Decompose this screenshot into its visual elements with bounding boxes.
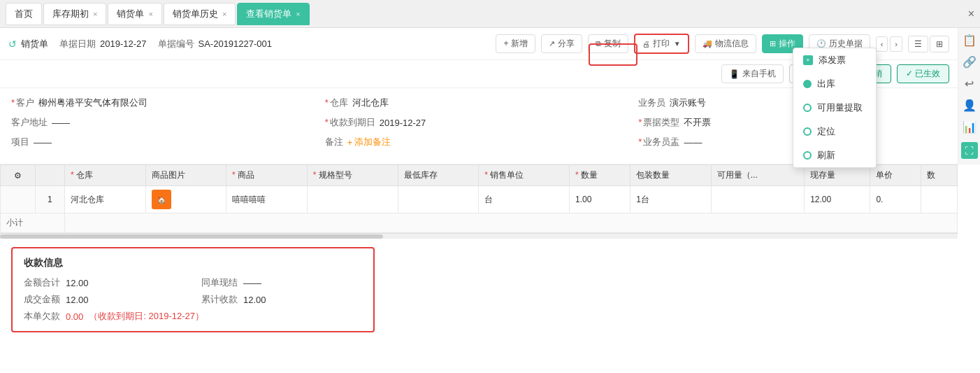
- document-meta: 单据日期 2019-12-27 单据编号 SA-20191227-001: [59, 38, 272, 50]
- list-view-button[interactable]: ☰: [908, 36, 928, 52]
- tab-inventory[interactable]: 库存期初 ×: [43, 3, 106, 25]
- quantity-cell: 1.00: [569, 186, 630, 213]
- ticket-type-label: 票据类型: [638, 116, 679, 129]
- owed-row: 本单欠款 0.00 （收款到期日: 2019-12-27）: [24, 310, 362, 323]
- tab-history-close[interactable]: ×: [222, 10, 226, 18]
- phone-icon: 📱: [729, 69, 740, 79]
- transaction-label: 成交金额: [24, 293, 60, 306]
- tab-bar: 首页 库存期初 × 销货单 × 销货单历史 × 查看销货单 × ×: [0, 0, 980, 28]
- add-invoice-item[interactable]: + 添发票: [793, 48, 876, 72]
- outbound-icon: [803, 80, 812, 88]
- doc-actions: + 新增 ↗ 分享 ⧉ 复制 🖨 打印 ▼ 🚚 物流信息: [496, 34, 949, 54]
- locate-label: 定位: [817, 125, 835, 138]
- scrollbar-thumb[interactable]: [0, 234, 383, 239]
- tab-home[interactable]: 首页: [6, 3, 42, 25]
- effect-button[interactable]: ✓ 已生效: [897, 64, 949, 83]
- next-record-button[interactable]: ›: [890, 36, 902, 52]
- tab-sales-close[interactable]: ×: [148, 10, 152, 18]
- row-num-cell: 1: [35, 186, 64, 213]
- sidebar-back-icon[interactable]: ↩: [965, 77, 974, 90]
- print-dropdown-arrow[interactable]: ▼: [674, 40, 681, 48]
- pack-qty-column-header: 包装数量: [630, 165, 712, 186]
- employee-value: 演示账号: [670, 97, 706, 109]
- tab-view-sales[interactable]: 查看销货单 ×: [237, 3, 309, 25]
- share-button[interactable]: ↗ 分享: [541, 34, 582, 53]
- product-image-icon: 🏠: [157, 196, 166, 204]
- spec-column-header: * 规格型号: [307, 165, 398, 186]
- warehouse-field: 仓库 河北仓库: [325, 97, 633, 109]
- same-settlement-label: 同单现结: [201, 276, 238, 289]
- from-phone-label: 来自手机: [742, 68, 776, 80]
- new-button[interactable]: + 新增: [496, 34, 535, 53]
- available-extract-item[interactable]: 可用量提取: [793, 96, 876, 120]
- due-date-field: 收款到期日 2019-12-27: [325, 116, 633, 129]
- logistics-button-label: 物流信息: [715, 38, 749, 50]
- tab-home-label: 首页: [15, 8, 33, 20]
- transaction-value: 12.00: [66, 295, 89, 305]
- warehouse-label: 仓库: [325, 97, 348, 109]
- product-name-cell: 嘻嘻嘻嘻: [226, 186, 308, 213]
- tab-view-sales-label: 查看销货单: [246, 8, 291, 20]
- right-sidebar: 📋 🔗 ↩ 👤 📊 ⛶: [958, 28, 980, 164]
- product-table-wrapper: ⚙ * 仓库 商品图片 * 商品 * 规格型号 最低库存 * 销售单位 * 数量…: [0, 164, 958, 233]
- window-close-button[interactable]: ×: [968, 8, 974, 20]
- table-row: 1 河北仓库 🏠 嘻嘻嘻嘻 台 1.00 1台: [1, 186, 958, 213]
- subtotal-row: 小计: [1, 213, 958, 233]
- ticket-type-value: 不开票: [684, 116, 711, 129]
- owed-value: 0.00: [66, 311, 83, 322]
- grid-view-button[interactable]: ⊞: [930, 36, 949, 52]
- warehouse-value: 河北仓库: [352, 97, 389, 109]
- amount-cell: [921, 186, 958, 213]
- tab-history[interactable]: 销货单历史 ×: [164, 3, 236, 25]
- spec-cell: [307, 186, 398, 213]
- sidebar-link-icon[interactable]: 🔗: [963, 55, 977, 69]
- add-note-button[interactable]: + 添加备注: [347, 136, 391, 148]
- doc-type-icon: ↺: [8, 38, 17, 50]
- sales-label: 业务员盂: [638, 136, 679, 148]
- add-icon: +: [347, 137, 353, 148]
- copy-button[interactable]: ⧉ 复制: [588, 34, 628, 53]
- print-button[interactable]: 🖨 打印 ▼: [634, 34, 689, 54]
- product-img-column-header: 商品图片: [145, 165, 226, 186]
- tab-inventory-close[interactable]: ×: [93, 10, 97, 18]
- sidebar-expand-icon[interactable]: ⛶: [961, 142, 978, 159]
- print-button-label: 打印: [653, 38, 670, 50]
- refresh-item[interactable]: 刷新: [793, 143, 876, 167]
- prev-record-button[interactable]: ‹: [876, 36, 888, 52]
- same-settlement-value: ——: [243, 278, 261, 288]
- tab-history-label: 销货单历史: [173, 8, 218, 20]
- tab-inventory-label: 库存期初: [52, 8, 89, 20]
- sidebar-user-icon[interactable]: 👤: [963, 99, 977, 112]
- sidebar-doc-icon[interactable]: 📋: [963, 34, 977, 47]
- owed-note: （收款到期日: 2019-12-27）: [89, 310, 204, 323]
- locate-item[interactable]: 定位: [793, 120, 876, 143]
- note-label: 备注: [325, 136, 343, 148]
- payment-title: 收款信息: [24, 257, 362, 269]
- horizontal-scrollbar[interactable]: [0, 233, 958, 239]
- operation-dropdown: + 添发票 出库 可用量提取 定位 刷新: [793, 48, 877, 168]
- customer-field: 客户 柳州粤港平安气体有限公司: [11, 97, 319, 109]
- sidebar-chart-icon[interactable]: 📊: [963, 120, 977, 134]
- owed-label: 本单欠款: [24, 310, 60, 323]
- same-settlement-row: 同单现结 ——: [201, 276, 362, 289]
- payment-grid: 金额合计 12.00 同单现结 —— 成交金额 12.00 累计收款 12.00: [24, 276, 362, 323]
- customer-value: 柳州粤港平安气体有限公司: [38, 97, 147, 109]
- share-icon: ↗: [549, 39, 555, 48]
- from-phone-button[interactable]: 📱 来自手机: [721, 64, 784, 83]
- amount-column-header: 数: [921, 165, 958, 186]
- tab-view-sales-close[interactable]: ×: [296, 10, 300, 18]
- tab-sales[interactable]: 销货单 ×: [108, 3, 161, 25]
- cumulative-value: 12.00: [243, 295, 266, 305]
- logistics-button[interactable]: 🚚 物流信息: [695, 34, 756, 53]
- note-field: 备注 + 添加备注: [325, 136, 633, 148]
- total-value: 12.00: [66, 278, 89, 288]
- sales-value: ——: [684, 137, 702, 148]
- transaction-row: 成交金额 12.00: [24, 293, 185, 306]
- product-img-cell: 🏠: [145, 186, 226, 213]
- outbound-item[interactable]: 出库: [793, 72, 876, 96]
- pack-qty-cell: 1台: [630, 186, 712, 213]
- settings-column-header[interactable]: ⚙: [1, 165, 36, 186]
- price-column-header: 单价: [870, 165, 921, 186]
- share-button-label: 分享: [558, 38, 575, 50]
- address-value: ——: [52, 118, 70, 128]
